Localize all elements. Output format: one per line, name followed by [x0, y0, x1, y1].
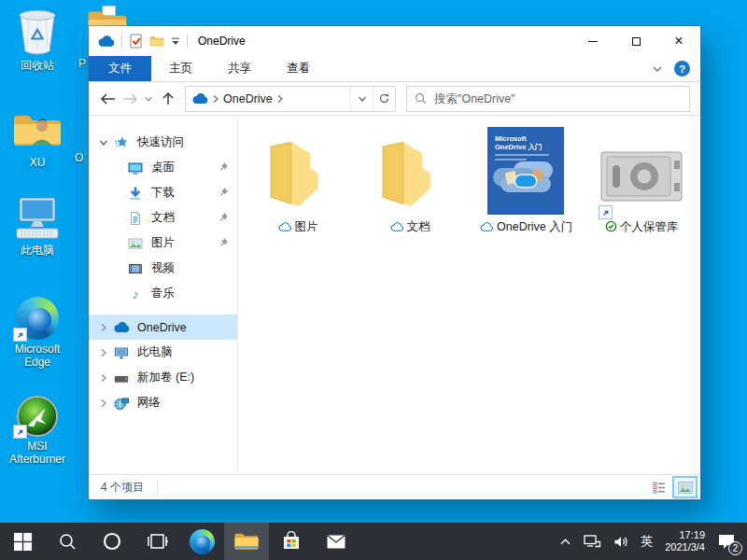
sidebar-item-downloads[interactable]: 下载 [89, 180, 237, 205]
folder-icon [265, 133, 331, 215]
tray-network-icon[interactable] [577, 523, 607, 560]
close-button[interactable]: × [657, 26, 700, 56]
tray-language-indicator[interactable]: 英 [635, 523, 658, 560]
recent-locations-icon[interactable] [141, 87, 156, 111]
windows-logo-icon [13, 532, 33, 552]
chevron-collapsed-icon[interactable] [94, 322, 112, 333]
sidebar-item-onedrive[interactable]: OneDrive [89, 315, 237, 340]
sidebar-item-new-volume-e[interactable]: 新加卷 (E:) [89, 365, 237, 390]
help-button[interactable]: ? [674, 61, 690, 77]
pdf-thumbnail: Microsoft OneDrive 入门 [487, 127, 564, 215]
this-pc-icon [112, 345, 131, 360]
title-bar[interactable]: OneDrive × [89, 26, 700, 56]
desktop-icon-xu-folder[interactable]: XU [2, 110, 73, 169]
file-label: OneDrive 入门 [473, 219, 578, 235]
sidebar-item-pictures[interactable]: 图片 [89, 231, 237, 256]
pin-icon[interactable] [218, 161, 229, 173]
search-input[interactable] [434, 92, 682, 105]
sidebar-item-label: 音乐 [151, 286, 175, 301]
forward-button[interactable] [119, 87, 141, 111]
sidebar-item-quick-access[interactable]: 快速访问 [89, 130, 237, 155]
details-view-button[interactable] [646, 476, 671, 498]
desktop-icon-recycle-bin[interactable]: 回收站 [2, 6, 73, 72]
qat-customize-button[interactable] [171, 36, 180, 46]
task-view-icon [147, 532, 168, 551]
taskbar: 英 17:19 2021/3/4 2 [0, 523, 747, 560]
action-center-button[interactable]: 2 [712, 523, 747, 560]
cortana-button[interactable] [90, 523, 134, 560]
search-box[interactable] [406, 86, 690, 112]
file-item-personal-vault[interactable]: 个人保管库 [589, 127, 694, 235]
shortcut-arrow-icon [13, 328, 27, 342]
sidebar-item-music[interactable]: ♪ 音乐 [89, 281, 237, 306]
quick-access-star-icon [112, 135, 131, 150]
chevron-collapsed-icon[interactable] [94, 372, 112, 384]
taskbar-store-button[interactable] [269, 523, 314, 560]
tray-volume-icon[interactable] [607, 523, 635, 560]
separator [121, 35, 122, 48]
file-label: 文档 [358, 219, 462, 235]
crumb-chevron-icon[interactable] [212, 94, 219, 104]
chevron-collapsed-icon[interactable] [94, 398, 112, 409]
sidebar-item-network[interactable]: 网络 [89, 390, 237, 415]
maximize-button[interactable] [614, 26, 657, 56]
taskbar-mail-button[interactable] [314, 523, 359, 560]
qat-new-folder-button[interactable] [149, 35, 164, 48]
desktop-icon-msi-afterburner[interactable]: MSI Afterburner [2, 396, 73, 466]
chevron-expanded-icon[interactable] [94, 137, 112, 148]
pin-icon[interactable] [218, 212, 229, 223]
breadcrumb[interactable]: OneDrive [186, 87, 350, 111]
vault-icon [600, 151, 683, 202]
desktop-icon-this-pc[interactable]: 此电脑 [2, 196, 73, 257]
file-item-onedrive-guide[interactable]: Microsoft OneDrive 入门 OneDrive 入门 [473, 127, 578, 235]
desktop-icon-edge[interactable]: Microsoft Edge [2, 297, 73, 369]
user-folder-icon [2, 110, 73, 153]
tray-clock[interactable]: 17:19 2021/3/4 [658, 529, 712, 553]
minimize-button[interactable] [571, 26, 614, 56]
address-bar[interactable]: OneDrive [185, 86, 396, 112]
sidebar-item-documents[interactable]: 文档 [89, 205, 237, 231]
task-view-button[interactable] [134, 523, 179, 560]
file-item-documents[interactable]: 文档 [358, 127, 462, 235]
file-item-pictures[interactable]: 图片 [246, 127, 350, 235]
tab-file[interactable]: 文件 [89, 56, 151, 81]
qat-properties-button[interactable] [129, 34, 143, 49]
tray-show-hidden-icons[interactable] [554, 523, 577, 560]
notification-badge: 2 [728, 541, 742, 555]
chevron-collapsed-icon[interactable] [94, 347, 112, 358]
sidebar-item-desktop[interactable]: 桌面 [89, 155, 237, 180]
taskbar-file-explorer-button[interactable] [224, 523, 269, 560]
folder-icon [377, 133, 443, 215]
crumb-segment[interactable]: OneDrive [223, 92, 273, 105]
ribbon-collapse-icon[interactable] [652, 63, 663, 75]
music-icon: ♪ [126, 287, 145, 301]
tab-share[interactable]: 共享 [210, 56, 269, 81]
desktop-icon-label: 回收站 [2, 59, 73, 72]
back-button[interactable] [96, 87, 119, 111]
downloads-icon [126, 186, 145, 201]
desktop-icon-label-fragment-o: O [75, 151, 83, 164]
up-button[interactable] [156, 87, 180, 111]
synced-check-icon [605, 220, 617, 232]
pin-icon[interactable] [218, 187, 229, 198]
sidebar-item-this-pc[interactable]: 此电脑 [89, 340, 237, 365]
refresh-button[interactable] [373, 87, 395, 111]
large-icons-view-button[interactable] [672, 476, 698, 498]
taskbar-search-button[interactable] [45, 523, 90, 560]
drive-icon [112, 371, 131, 385]
desktop-icon-label-fragment-p: P [78, 57, 86, 70]
shortcut-arrow-icon [13, 425, 27, 439]
taskbar-edge-button[interactable] [179, 523, 224, 560]
sidebar-item-label: 文档 [151, 210, 175, 226]
pin-icon[interactable] [218, 237, 229, 248]
edge-logo-icon [540, 190, 561, 212]
address-dropdown-button[interactable] [350, 87, 373, 111]
tab-home[interactable]: 主页 [151, 56, 210, 81]
desktop-icon-label: XU [2, 156, 73, 169]
start-button[interactable] [0, 523, 45, 560]
crumb-chevron-icon[interactable] [276, 94, 284, 104]
shortcut-arrow-icon [599, 205, 613, 219]
tab-view[interactable]: 查看 [269, 56, 328, 81]
this-pc-icon [2, 196, 73, 241]
sidebar-item-videos[interactable]: 视频 [89, 256, 237, 281]
